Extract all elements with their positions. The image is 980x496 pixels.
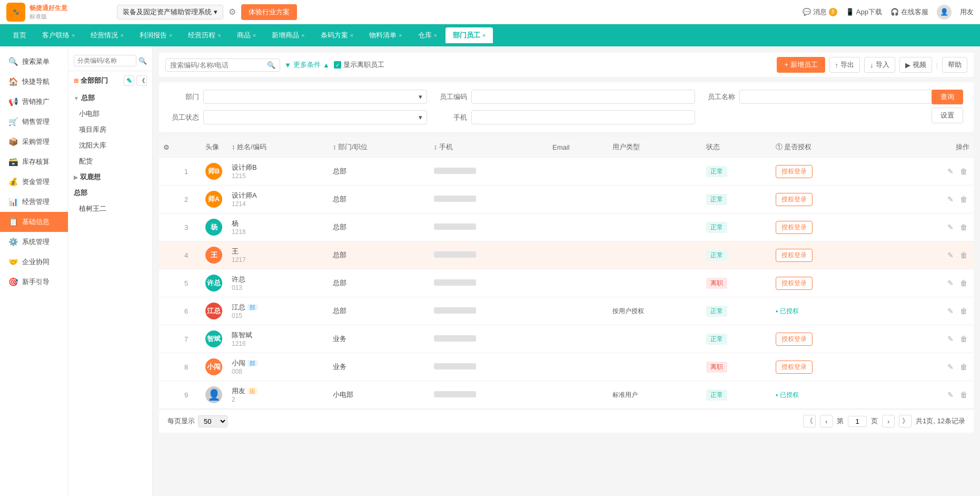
sidebar-item-quick-nav[interactable]: 🏠 快捷导航 [0,72,68,92]
dept-general-hq[interactable]: ▼ 总部 [68,90,152,106]
sidebar-item-basic-info[interactable]: 📋 基础信息 [0,212,68,232]
filter-emp-status-select[interactable]: ▾ [203,110,427,124]
auth-login-btn[interactable]: 授权登录 [776,361,813,374]
dept-project-warehouse[interactable]: 项目库房 [68,122,152,138]
sidebar-item-search[interactable]: 🔍 搜索菜单 [0,52,68,72]
close-profit-icon[interactable]: × [169,32,172,38]
tab-operations[interactable]: 经营情况× [83,27,131,43]
edit-btn[interactable]: ✎ [945,278,956,288]
system-title[interactable]: 装备及固定资产辅助管理系统 ▾ [117,5,223,20]
auth-login-btn[interactable]: 授权登录 [776,165,813,178]
delete-btn[interactable]: 🗑 [958,390,969,400]
app-download-btn[interactable]: 📱 App下载 [846,7,882,17]
dept-search-input[interactable] [74,55,136,66]
edit-btn[interactable]: ✎ [945,390,956,400]
set-button[interactable]: 设置 [932,108,963,123]
close-ops-icon[interactable]: × [120,32,123,38]
tab-barcode[interactable]: 条码方案× [313,27,361,43]
auth-login-btn[interactable]: 授权登录 [776,249,813,262]
sidebar-item-operations[interactable]: 📊 经营管理 [0,192,68,212]
online-service-btn[interactable]: 🎧 在线客服 [890,7,928,17]
delete-btn[interactable]: 🗑 [958,306,969,316]
user-name[interactable]: 用友 [960,7,974,17]
delete-btn[interactable]: 🗑 [958,194,969,205]
edit-btn[interactable]: ✎ [945,194,956,205]
tab-history[interactable]: 经营历程× [181,27,228,43]
delete-btn[interactable]: 🗑 [958,278,969,288]
search-icon[interactable]: 🔍 [267,61,275,69]
close-add-goods-icon[interactable]: × [301,32,304,38]
tab-home[interactable]: 首页 [5,27,34,43]
delete-btn[interactable]: 🗑 [958,250,969,260]
edit-btn[interactable]: ✎ [945,362,956,372]
close-warehouse-icon[interactable]: × [434,32,437,38]
delete-btn[interactable]: 🗑 [958,166,969,177]
next-page-btn[interactable]: › [882,415,895,427]
trial-button[interactable]: 体验行业方案 [241,4,297,20]
sidebar-item-enterprise[interactable]: 🤝 企业协同 [0,252,68,272]
user-avatar[interactable]: 👤 [937,5,952,20]
tab-goods[interactable]: 商品× [230,27,263,43]
edit-btn[interactable]: ✎ [945,250,956,260]
auth-login-btn[interactable]: 授权登录 [776,333,813,346]
edit-btn[interactable]: ✎ [945,222,956,232]
filter-emp-code-input[interactable] [471,90,695,104]
message-btn[interactable]: 💬 消息 8 [803,7,837,17]
more-filters-btn[interactable]: ▼ 更多条件 ▲ [284,60,330,70]
search-input[interactable] [170,61,265,69]
page-number-input[interactable] [848,416,867,427]
first-page-btn[interactable]: 《 [803,415,816,427]
dept-plant-tree[interactable]: 植树王二 [68,201,152,217]
dept-small-electric[interactable]: 小电部 [68,106,152,122]
auth-login-btn[interactable]: 授权登录 [776,221,813,234]
sidebar-item-marketing[interactable]: 📢 营销推广 [0,92,68,112]
tab-bom[interactable]: 物料清单× [362,27,409,43]
sidebar-item-guide[interactable]: 🎯 新手引导 [0,272,68,292]
page-size-select[interactable]: 50 100 [198,415,227,427]
col-phone[interactable]: ↕ 手机 [430,137,548,158]
sidebar-item-finance[interactable]: 💰 资金管理 [0,172,68,192]
show-resigned-toggle[interactable]: ✓ 显示离职员工 [334,60,384,70]
auth-login-btn[interactable]: 授权登录 [776,277,813,290]
settings-col-icon[interactable]: ⚙ [163,143,170,151]
auth-login-btn[interactable]: 授权登录 [776,193,813,206]
edit-btn[interactable]: ✎ [945,334,956,344]
video-button[interactable]: ▶ 视频 [899,57,932,73]
last-page-btn[interactable]: 》 [899,415,912,427]
tab-add-goods[interactable]: 新增商品× [264,27,312,43]
tab-warehouse[interactable]: 仓库× [411,27,444,43]
settings-icon[interactable]: ⚙ [229,7,236,17]
prev-page-btn[interactable]: ‹ [820,415,833,427]
dept-distribution[interactable]: 配货 [68,153,152,169]
dept-edit-icon[interactable]: ✎ [124,75,134,86]
close-department-icon[interactable]: × [482,32,486,38]
close-customer-icon[interactable]: × [72,32,75,38]
dept-search-icon[interactable]: 🔍 [138,57,147,65]
sidebar-item-inventory[interactable]: 🗃️ 库存核算 [0,152,68,172]
filter-dept-select[interactable]: ▾ [203,90,427,104]
delete-btn[interactable]: 🗑 [958,334,969,344]
edit-btn[interactable]: ✎ [945,166,956,177]
close-goods-icon[interactable]: × [253,32,256,38]
close-barcode-icon[interactable]: × [350,32,353,38]
tab-profit[interactable]: 利润报告× [132,27,180,43]
query-button[interactable]: 查询 [932,90,963,104]
col-name[interactable]: ↕ 姓名/编码 [227,137,329,158]
sidebar-item-sales[interactable]: 🛒 销售管理 [0,112,68,132]
dept-hq2[interactable]: 总部 [68,185,152,201]
sidebar-item-purchase[interactable]: 📦 采购管理 [0,132,68,152]
dept-collapse-icon[interactable]: 《 [136,75,147,86]
filter-emp-name-input[interactable] [739,90,963,104]
add-employee-button[interactable]: + 新增员工 [777,57,825,73]
export-button[interactable]: ↑ 导出 [829,57,860,73]
sidebar-item-system[interactable]: ⚙️ 系统管理 [0,232,68,252]
close-history-icon[interactable]: × [217,32,221,38]
col-dept[interactable]: ↕ 部门/职位 [329,137,430,158]
dept-shenyang[interactable]: 沈阳大库 [68,138,152,153]
import-button[interactable]: ↓ 导入 [864,57,895,73]
close-bom-icon[interactable]: × [399,32,402,38]
edit-btn[interactable]: ✎ [945,306,956,316]
tab-department[interactable]: 部门员工× [446,27,493,43]
tab-customer[interactable]: 客户联络× [35,27,82,43]
dept-double-deer[interactable]: ▶ 双鹿想 [68,169,152,185]
